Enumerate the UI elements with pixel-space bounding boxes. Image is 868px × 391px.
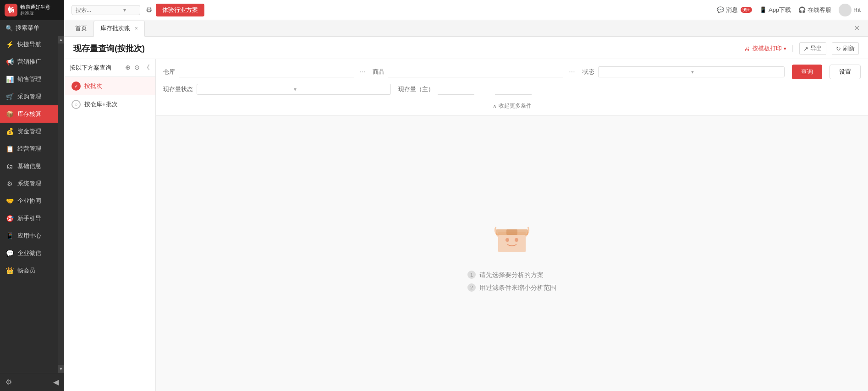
sidebar-item-marketing[interactable]: 📢营销推广 [0, 53, 58, 71]
enterprise-icon: 🤝 [5, 197, 14, 205]
settings-icon[interactable]: ⚙ [5, 378, 12, 386]
printer-icon: 🖨 [744, 45, 750, 52]
sidebar-item-beginner[interactable]: 🎯新手引导 [0, 210, 58, 227]
sidebar-item-label-beginner: 新手引导 [17, 214, 41, 223]
warehouse-more-icon[interactable]: ··· [359, 68, 365, 76]
hint-item-1: 1 请先选择要分析的方案 [467, 268, 556, 281]
sidebar-item-label-purchase: 采购管理 [17, 92, 41, 101]
tab-area-close-icon[interactable]: ✕ [850, 24, 863, 33]
filter-area: 仓库 ··· 商品 ··· 状态 ▾ [156, 59, 868, 116]
inventory-qty-label: 现存量（主） [398, 85, 434, 93]
messages-badge: 99+ [741, 7, 752, 13]
avatar [839, 4, 852, 16]
collapse-left-icon[interactable]: 《 [143, 64, 150, 72]
sidebar-scroll-down[interactable]: ▼ [58, 365, 64, 373]
inventory-status-label: 现存量状态 [163, 85, 193, 93]
tabbar: 首页 库存批次账 × ✕ [64, 20, 868, 37]
sidebar-item-app-center[interactable]: 📱应用中心 [0, 227, 58, 244]
trial-btn[interactable]: 体验行业方案 [156, 4, 204, 16]
status-dropdown-icon: ▾ [691, 69, 780, 75]
topbar-right: 💬 消息 99+ 📱 App下载 🎧 在线客服 Rit [717, 4, 861, 16]
topbar-search-input[interactable] [76, 7, 121, 13]
inventory-icon: 📦 [5, 110, 14, 118]
tab-home[interactable]: 首页 [69, 20, 93, 36]
operations-icon: 📋 [5, 145, 14, 153]
filter-row-2: 现存量状态 ▾ 现存量（主） — [163, 84, 861, 95]
sidebar-item-enterprise[interactable]: 🤝企业协同 [0, 192, 58, 210]
settings-scheme-icon[interactable]: ⊙ [134, 64, 140, 72]
empty-hints: 1 请先选择要分析的方案 2 用过滤条件来缩小分析范围 [467, 268, 556, 294]
app-download-btn[interactable]: 📱 App下载 [759, 6, 791, 14]
tab-inventory-batch[interactable]: 库存批次账 × [93, 21, 145, 37]
scheme-item-batch[interactable]: ✓ 按批次 [64, 77, 155, 95]
scheme-warehouse-batch-label: 按仓库+批次 [84, 100, 118, 109]
app-logo: 畅 [5, 4, 17, 16]
search-menu-item[interactable]: 🔍 搜索菜单 [0, 20, 64, 36]
marketing-icon: 📢 [5, 58, 14, 66]
topbar-gear-icon[interactable]: ⚙ [146, 5, 152, 14]
inventory-qty-from[interactable] [438, 84, 474, 95]
quick-nav-icon: ⚡ [5, 40, 14, 49]
status-select[interactable]: ▾ [598, 66, 785, 77]
print-btn[interactable]: 🖨 按模板打印 ▾ [744, 44, 786, 53]
main-area: ▾ ⚙ 体验行业方案 💬 消息 99+ 📱 App下载 🎧 在线客服 Rit [64, 0, 868, 391]
sales-icon: 📊 [5, 75, 14, 83]
query-btn[interactable]: 查询 [792, 65, 822, 79]
tab-close-icon[interactable]: × [135, 25, 138, 32]
refresh-btn[interactable]: ↻ 刷新 [832, 42, 859, 55]
sidebar-nav: ⚡快捷导航📢营销推广📊销售管理🛒采购管理📦库存核算💰资金管理📋经营管理🗂基础信息… [0, 36, 58, 373]
add-scheme-icon[interactable]: ⊕ [125, 64, 131, 72]
product-input[interactable] [388, 66, 563, 77]
right-panel: 仓库 ··· 商品 ··· 状态 ▾ [156, 59, 868, 391]
sidebar-item-label-basic: 基础信息 [17, 162, 41, 170]
sidebar-item-finance[interactable]: 💰资金管理 [0, 123, 58, 140]
hint-item-2: 2 用过滤条件来缩小分析范围 [467, 281, 556, 294]
refresh-label: 刷新 [843, 44, 855, 53]
topbar-left: ▾ ⚙ 体验行业方案 [71, 4, 712, 16]
export-btn[interactable]: ↗ 导出 [799, 42, 826, 55]
sidebar-item-label-app-center: 应用中心 [17, 232, 41, 240]
inventory-qty-filter: 现存量（主） — [398, 84, 626, 95]
sidebar-item-label-quick-nav: 快捷导航 [17, 40, 41, 49]
hint-text-2: 用过滤条件来缩小分析范围 [479, 281, 556, 294]
user-name: Rit [853, 6, 861, 13]
app-download-icon: 📱 [759, 6, 767, 13]
collapse-sidebar-icon[interactable]: ◀ [53, 378, 59, 386]
headset-icon: 🎧 [798, 6, 806, 13]
online-service-btn[interactable]: 🎧 在线客服 [798, 6, 831, 14]
inventory-status-select[interactable]: ▾ [197, 84, 391, 95]
scheme-inactive-indicator: ○ [71, 100, 81, 109]
app-title-group: 畅康通好生意 标准版 [20, 4, 50, 16]
inventory-qty-to[interactable] [495, 84, 532, 95]
sidebar-item-quick-nav[interactable]: ⚡快捷导航 [0, 36, 58, 53]
settings-btn[interactable]: 设置 [830, 65, 861, 79]
svg-rect-2 [506, 229, 517, 235]
empty-box-svg [489, 213, 535, 259]
messages-btn[interactable]: 💬 消息 99+ [717, 6, 752, 14]
sidebar-item-wechat[interactable]: 💬企业微信 [0, 244, 58, 262]
collapse-more-btn[interactable]: ∧ 收起更多条件 [163, 99, 861, 110]
topbar-search-dropdown-icon[interactable]: ▾ [123, 7, 126, 13]
topbar-search-box[interactable]: ▾ [71, 5, 140, 15]
svg-point-4 [515, 238, 518, 242]
sidebar-item-inventory[interactable]: 📦库存核算 [0, 105, 58, 123]
sidebar-item-basic[interactable]: 🗂基础信息 [0, 157, 58, 175]
warehouse-label: 仓库 [163, 68, 175, 76]
product-more-icon[interactable]: ··· [569, 68, 575, 76]
sidebar-header: 畅 畅康通好生意 标准版 [0, 0, 64, 20]
scheme-item-warehouse-batch[interactable]: ○ 按仓库+批次 [64, 95, 155, 114]
empty-state: 1 请先选择要分析的方案 2 用过滤条件来缩小分析范围 [156, 116, 868, 391]
filter-row-1: 仓库 ··· 商品 ··· 状态 ▾ [163, 65, 861, 79]
sidebar-scroll-up[interactable]: ▲ [58, 36, 64, 43]
sidebar-item-member[interactable]: 👑畅会员 [0, 262, 58, 279]
qty-dash: — [478, 86, 491, 93]
sidebar-item-sales[interactable]: 📊销售管理 [0, 71, 58, 88]
purchase-icon: 🛒 [5, 92, 14, 101]
sidebar-item-purchase[interactable]: 🛒采购管理 [0, 88, 58, 105]
user-menu[interactable]: Rit [839, 4, 861, 16]
sidebar-item-system[interactable]: ⚙系统管理 [0, 175, 58, 192]
sidebar-item-label-system: 系统管理 [17, 179, 41, 188]
warehouse-input[interactable] [179, 66, 354, 77]
print-dropdown-icon: ▾ [784, 46, 786, 52]
sidebar-item-operations[interactable]: 📋经营管理 [0, 140, 58, 157]
